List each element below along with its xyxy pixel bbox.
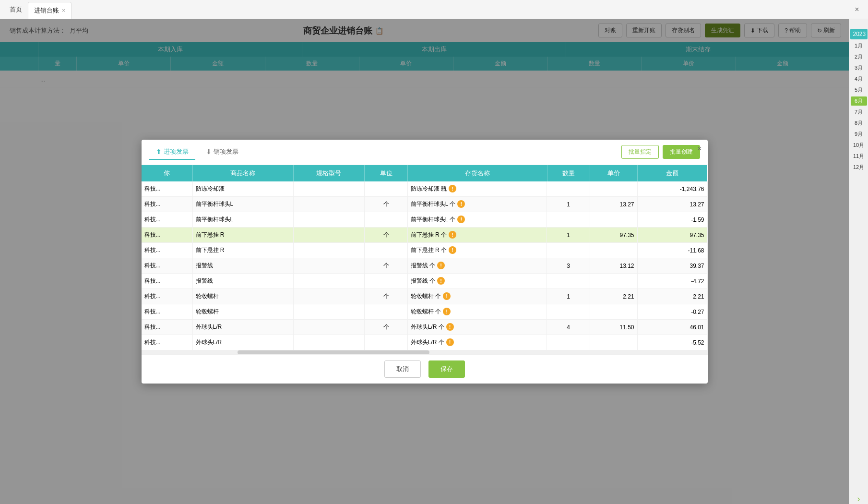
window-close-button[interactable]: ×: [850, 2, 864, 17]
month-8[interactable]: 8月: [854, 119, 864, 128]
save-button[interactable]: 保存: [428, 360, 465, 378]
main-area: 销售成本计算方法： 月平均 商贸企业进销台账 📋 对账 重新开账 存货别名 生成…: [0, 19, 868, 504]
cell-company: 科技...: [142, 304, 193, 320]
cell-spec: [293, 289, 365, 304]
cell-company: 科技...: [142, 320, 193, 335]
th-product-name: 商品名称: [192, 165, 293, 181]
month-switch-label[interactable]: 月份切换: [855, 23, 862, 27]
cell-unit: 个: [365, 258, 407, 274]
cell-unit: [365, 243, 407, 258]
cell-inventory: 报警线 个!: [408, 258, 547, 274]
cell-price: [590, 274, 637, 289]
tab-label: 进销台账: [34, 6, 59, 15]
cell-amount: 13.27: [637, 197, 707, 212]
month-1[interactable]: 1月: [854, 41, 864, 50]
cell-inventory: 外球头L/R 个!: [408, 335, 547, 350]
cell-qty: 1: [547, 289, 590, 304]
cell-product-name: 外球头L/R: [192, 335, 293, 350]
scroll-thumb[interactable]: [238, 350, 429, 354]
cell-unit: [365, 212, 407, 228]
cell-qty: 1: [547, 197, 590, 212]
th-inventory-name: 存货名称: [407, 165, 547, 181]
tab-incoming-button[interactable]: ⬆ 进项发票: [149, 144, 195, 160]
th-price: 单价: [590, 165, 637, 181]
table-row: 科技...前平衡杆球头L前平衡杆球头L 个!-1.59: [142, 212, 708, 228]
cell-spec: [293, 181, 365, 197]
right-sidebar: 月份切换 2023 1月 2月 3月 4月 5月 6月 7月 8月 9月 10月…: [849, 19, 868, 504]
cell-qty: 4: [547, 320, 590, 335]
cell-qty: [547, 274, 590, 289]
cell-product-name: 外球头L/R: [192, 320, 293, 335]
month-4[interactable]: 4月: [854, 74, 864, 84]
tab-close-icon[interactable]: ×: [62, 7, 65, 14]
cell-product-name: 前平衡杆球头L: [192, 212, 293, 228]
sidebar-year: 2023: [850, 29, 868, 39]
batch-assign-button[interactable]: 批量指定: [621, 145, 659, 159]
month-2[interactable]: 2月: [854, 52, 864, 61]
cell-inventory: 防冻冷却液 瓶!: [408, 181, 547, 197]
month-12[interactable]: 12月: [852, 163, 865, 172]
month-9[interactable]: 9月: [854, 130, 864, 139]
cell-company: 科技...: [142, 212, 193, 228]
th-amount: 金额: [637, 165, 707, 181]
cell-product-name: 前平衡杆球头L: [192, 197, 293, 212]
cell-unit: [365, 335, 407, 350]
cell-unit: 个: [365, 228, 407, 243]
cell-company: 科技...: [142, 243, 193, 258]
cell-product-name: 报警线: [192, 258, 293, 274]
cell-qty: 1: [547, 228, 590, 243]
cell-spec: [293, 212, 365, 228]
table-row: 科技...前下悬挂 R个前下悬挂 R 个!197.3597.35: [142, 228, 708, 243]
warning-icon: !: [449, 185, 456, 192]
cell-product-name: 报警线: [192, 274, 293, 289]
home-label: 首页: [10, 6, 22, 13]
cell-spec: [293, 258, 365, 274]
month-7[interactable]: 7月: [854, 108, 864, 117]
cell-unit: 个: [365, 289, 407, 304]
sidebar-expand-icon[interactable]: ›: [857, 494, 860, 504]
cell-unit: [365, 274, 407, 289]
cell-amount: -5.52: [637, 335, 707, 350]
cell-spec: [293, 320, 365, 335]
modal-overlay: ⬆ 进项发票 ⬇ 销项发票 批量指定 批量创建 ×: [0, 19, 849, 504]
cell-price: [590, 212, 637, 228]
cell-price: [590, 243, 637, 258]
table-row: 科技...前平衡杆球头L个前平衡杆球头L 个!113.2713.27: [142, 197, 708, 212]
content-area: 销售成本计算方法： 月平均 商贸企业进销台账 📋 对账 重新开账 存货别名 生成…: [0, 19, 849, 504]
month-11[interactable]: 11月: [852, 152, 865, 161]
top-bar: 首页 进销台账 × ×: [0, 0, 868, 19]
month-5[interactable]: 5月: [854, 85, 864, 95]
cell-amount: 46.01: [637, 320, 707, 335]
tab-outgoing-button[interactable]: ⬇ 销项发票: [199, 144, 245, 160]
cell-inventory: 外球头L/R 个!: [408, 320, 547, 335]
scroll-bar[interactable]: [142, 350, 708, 354]
table-row: 科技...报警线个报警线 个!313.1239.37: [142, 258, 708, 274]
th-spec: 规格型号: [293, 165, 365, 181]
warning-icon: !: [437, 262, 445, 269]
warning-icon: !: [443, 292, 451, 300]
active-tab[interactable]: 进销台账 ×: [28, 2, 71, 19]
modal-close-button[interactable]: ×: [697, 144, 702, 153]
cell-amount: -0.27: [637, 304, 707, 320]
batch-create-button[interactable]: 批量创建: [663, 145, 700, 159]
cell-amount: -1.59: [637, 212, 707, 228]
month-6-active[interactable]: 6月: [851, 96, 867, 106]
month-3[interactable]: 3月: [854, 63, 864, 72]
month-10[interactable]: 10月: [852, 141, 865, 150]
outgoing-tab-icon: ⬇: [206, 148, 212, 156]
cancel-button[interactable]: 取消: [384, 360, 421, 378]
cell-unit: 个: [365, 320, 407, 335]
th-qty: 数量: [547, 165, 590, 181]
cell-price: [590, 304, 637, 320]
table-header-row: 你 商品名称 规格型号 单位 存货名称 数量 单价 金额: [142, 165, 708, 181]
cell-amount: -11.68: [637, 243, 707, 258]
cell-price: 13.12: [590, 258, 637, 274]
modal-footer: 取消 保存: [142, 354, 708, 384]
table-row: 科技...防冻冷却液防冻冷却液 瓶!-1,243.76: [142, 181, 708, 197]
cell-price: 97.35: [590, 228, 637, 243]
cell-amount: 97.35: [637, 228, 707, 243]
cell-price: [590, 335, 637, 350]
cell-qty: [547, 212, 590, 228]
home-tab[interactable]: 首页: [4, 0, 28, 19]
tab-incoming-label: 进项发票: [164, 147, 189, 156]
